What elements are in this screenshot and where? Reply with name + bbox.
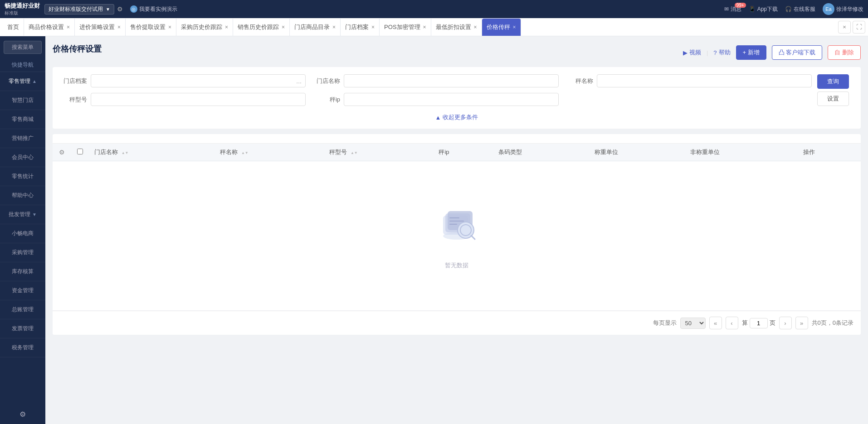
sidebar-item-purchase[interactable]: 采购管理 [0,243,45,262]
search-menu-btn[interactable]: 搜索菜单 [4,41,42,54]
tab-close-btn[interactable]: × [838,21,851,34]
headset-icon: 🎧 [785,6,792,12]
close-tab-icon[interactable]: × [168,24,171,30]
close-tab-icon[interactable]: × [282,24,285,30]
main-layout: 搜索菜单 快捷导航 零售管理 ▲ 智慧门店 零售商城 营销推广 会员中心 [0,36,868,424]
help-link[interactable]: ? 帮助 [713,48,730,57]
sidebar-item-finance-label: 资金管理 [12,287,34,294]
sort-icon[interactable]: ▲▼ [122,151,129,155]
sidebar-item-tax-label: 税务管理 [12,344,34,352]
app-download-btn[interactable]: 📱 App下载 [749,5,778,13]
user-menu[interactable]: Ea 徐泽华修改 [823,3,863,15]
next-page-btn[interactable]: › [779,317,792,329]
scale-ip-label: 秤ip [313,96,340,104]
page-number-input[interactable] [750,318,768,328]
tab-sales-history[interactable]: 销售历史价跟踪 × [233,19,290,36]
last-page-btn[interactable]: » [795,317,808,329]
sidebar-item-wholesale[interactable]: 批发管理 ▼ [0,205,45,224]
chevron-down-icon: ▼ [32,212,37,217]
tab-sales-history-label: 销售历史价跟踪 [238,23,279,31]
download-btn[interactable]: 凸 客户端下载 [772,45,823,60]
tab-store-profile[interactable]: 门店档案 × [341,19,380,36]
tab-store-catalog[interactable]: 门店商品目录 × [290,19,341,36]
prev-page-btn[interactable]: ‹ [726,317,738,329]
close-tab-icon[interactable]: × [423,24,426,30]
tab-cost-strategy[interactable]: 进价策略设置 × [75,19,126,36]
close-tab-icon[interactable]: × [371,24,375,30]
select-all-checkbox[interactable] [77,149,83,154]
checkbox-header[interactable] [71,144,89,161]
sidebar-item-inventory[interactable]: 库存核算 [0,262,45,281]
video-link[interactable]: ▶ 视频 [683,48,701,57]
tab-home[interactable]: 首页 [3,19,24,36]
query-btn[interactable]: 查询 [817,74,849,89]
messages-badge: 99+ [735,3,746,8]
scale-model-input[interactable] [91,93,305,106]
empty-cell: 暂无数据 [53,161,861,311]
close-tab-icon[interactable]: × [117,24,121,30]
set-btn[interactable]: 设置 [817,92,849,106]
action-col: 查询 设置 [817,74,853,106]
set-btn-label: 设置 [827,95,839,103]
sidebar-item-finance[interactable]: 资金管理 [0,281,45,300]
table-gear-icon[interactable]: ⚙ [59,149,65,156]
sidebar-item-ecommerce[interactable]: 小畅电商 [0,224,45,243]
delete-btn[interactable]: 自 删除 [828,45,861,60]
sidebar-item-retail[interactable]: 零售管理 ▲ [0,72,45,91]
col-scale-name-label: 秤名称 [220,149,238,155]
store-file-input[interactable] [91,75,293,87]
data-table: ⚙ 门店名称 ▲▼ 秤名称 ▲▼ [53,144,861,311]
store-name-input[interactable] [344,75,558,87]
close-tab-icon[interactable]: × [513,24,516,30]
add-btn[interactable]: + 新增 [736,45,766,60]
sidebar-item-marketing[interactable]: 营销推广 [0,129,45,148]
tab-expand-btn[interactable]: ⛶ [853,21,865,34]
sidebar-item-invoice[interactable]: 发票管理 [0,319,45,338]
tab-product-price[interactable]: 商品价格设置 × [24,19,75,36]
dots-icon[interactable]: ... [293,77,305,85]
sidebar-item-member[interactable]: 会员中心 [0,148,45,167]
collapse-btn[interactable]: ▲ 收起更多条件 [435,113,478,121]
sidebar-item-tax[interactable]: 税务管理 [0,338,45,357]
store-file-label: 门店档案 [60,77,87,85]
gear-icon[interactable]: ⚙ [117,5,123,13]
close-tab-icon[interactable]: × [67,24,70,30]
tab-min-discount[interactable]: 最低折扣设置 × [431,19,482,36]
table-header-row: ⚙ 门店名称 ▲▼ 秤名称 ▲▼ [53,144,861,161]
tab-price-extract[interactable]: 售价提取设置 × [126,19,176,36]
col-scale-model-label: 秤型号 [329,149,347,155]
close-tab-icon[interactable]: × [332,24,336,30]
first-page-btn[interactable]: « [709,317,722,329]
tab-pos-encrypt[interactable]: POS加密管理 × [380,19,431,36]
scale-ip-input[interactable] [344,93,558,106]
close-tab-icon[interactable]: × [225,24,228,30]
col-store-name-label: 门店名称 [94,149,118,155]
tab-purchase-history[interactable]: 采购历史价跟踪 × [176,19,233,36]
tab-price-transfer[interactable]: 价格传秤 × [482,19,521,36]
demo-link[interactable]: ◎ 我要看实例演示 [130,5,177,13]
sidebar-item-ledger[interactable]: 总账管理 [0,300,45,319]
sidebar-item-help[interactable]: 帮助中心 [0,186,45,205]
settings-cell-header[interactable]: ⚙ [53,144,71,161]
sort-icon[interactable]: ▲▼ [351,151,358,155]
close-tab-icon[interactable]: × [474,24,477,30]
per-page-select[interactable]: 50 10 20 100 [680,318,706,329]
sidebar-item-smart-store[interactable]: 智慧门店 [0,91,45,110]
tab-bar-right: × ⛶ [838,21,865,34]
demo-label: 我要看实例演示 [139,5,177,13]
col-barcode-type: 条码类型 [493,144,589,161]
scale-name-input[interactable] [597,75,811,87]
col-barcode-type-label: 条码类型 [498,149,522,155]
sidebar-item-retail-mall[interactable]: 零售商城 [0,110,45,129]
col-scale-ip-label: 秤ip [439,149,449,155]
sidebar-item-wholesale-label: 批发管理 [9,211,30,218]
top-bar: 畅捷通好业财 标准版 好业财标准版交付试用 ▼ ⚙ ◎ 我要看实例演示 ✉ 消息… [0,0,868,18]
sidebar-settings-icon[interactable]: ⚙ [20,410,26,419]
col-non-weight-unit: 非称重单位 [685,144,797,161]
version-select[interactable]: 好业财标准版交付试用 ▼ [44,4,114,14]
sort-icon[interactable]: ▲▼ [241,151,249,155]
messages-btn[interactable]: ✉ 消息 99+ [724,5,741,13]
scale-ip-input-wrap [344,93,559,106]
sidebar-item-retail-stats[interactable]: 零售统计 [0,167,45,186]
online-service-btn[interactable]: 🎧 在线客服 [785,5,815,13]
